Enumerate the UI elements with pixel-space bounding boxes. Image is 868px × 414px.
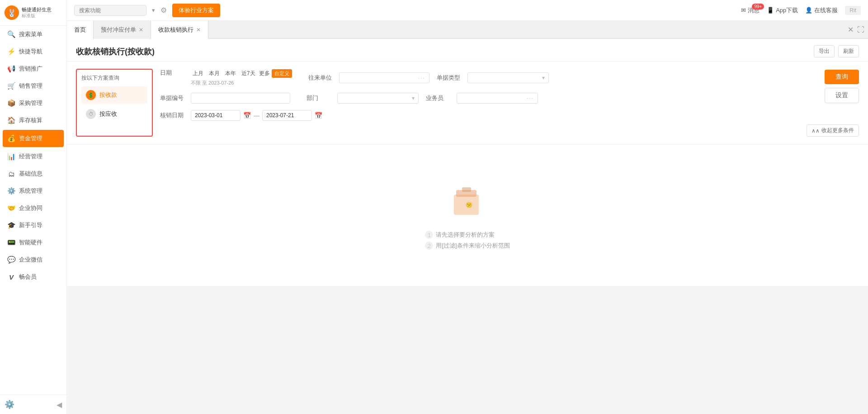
sidebar-item-management[interactable]: 📊 经营管理 (0, 148, 66, 165)
sidebar-label-management: 经营管理 (19, 152, 42, 161)
party-input[interactable]: ··· (339, 72, 429, 83)
sidebar-label-marketing: 营销推广 (19, 65, 42, 73)
writeoff-to-calendar-icon[interactable]: 📅 (315, 112, 322, 119)
sidebar-label-sales: 销售管理 (19, 82, 42, 90)
page-toolbar: 导出 刷新 (814, 45, 859, 57)
docno-input[interactable] (191, 93, 290, 104)
message-icon: ✉ (741, 7, 746, 14)
sidebar-label-quick: 快捷导航 (19, 48, 42, 56)
tab-prepay[interactable]: 预付冲应付单 ✕ (94, 21, 151, 39)
by-payment-icon: 💲 (86, 90, 96, 100)
sidebar-item-system[interactable]: ⚙️ 系统管理 (0, 182, 66, 200)
sidebar-item-sales[interactable]: 🛒 销售管理 (0, 77, 66, 95)
app-download-label: App下载 (776, 6, 798, 14)
sidebar-item-basics[interactable]: 🗂 基础信息 (0, 165, 66, 182)
system-icon: ⚙️ (7, 187, 15, 195)
sidebar-collapse-btn[interactable]: ◀ (57, 400, 62, 409)
collapse-label: 收起更多条件 (821, 127, 854, 134)
query-button[interactable]: 查询 (825, 70, 859, 84)
sidebar-item-guide[interactable]: 🎓 新手引导 (0, 217, 66, 234)
doctype-select[interactable]: ▾ (467, 72, 549, 83)
writeoff-from-calendar-icon[interactable]: 📅 (243, 112, 251, 119)
date-separator: — (254, 112, 259, 119)
page-title: 收款核销执行(按收款) (76, 46, 155, 57)
sales-icon: 🛒 (7, 82, 15, 90)
sidebar-item-wechat[interactable]: 💬 企业微信 (0, 251, 66, 268)
collapse-arrow-icon: ∧∧ (811, 128, 820, 134)
sidebar-nav: 🔍 搜索菜单 ⚡ 快捷导航 📢 营销推广 🛒 销售管理 📦 采购管理 🏠 库存核… (0, 26, 66, 395)
app-download-button[interactable]: 📱 App下载 (767, 6, 798, 14)
empty-state: 😕 1 请先选择要分析的方案 2 用[过滤]条件来缩小分析范围 (67, 145, 868, 286)
dept-filter-group: 部门 ▾ (307, 93, 419, 104)
sidebar-item-member[interactable]: V 畅会员 (0, 268, 66, 286)
writeoff-to-input[interactable] (262, 110, 312, 121)
staff-input[interactable]: ··· (457, 93, 538, 104)
sidebar-item-hardware[interactable]: 📟 智能硬件 (0, 234, 66, 251)
writeoff-from-input[interactable] (191, 110, 241, 121)
search-menu-icon: 🔍 (7, 30, 15, 38)
collapse-conditions-button[interactable]: ∧∧ 收起更多条件 (807, 124, 859, 137)
sidebar-label-guide: 新手引导 (19, 221, 42, 229)
topbar-search-input[interactable] (74, 5, 146, 16)
user-name-label[interactable]: Rit (845, 6, 861, 15)
sidebar-label-finance: 资金管理 (19, 134, 42, 143)
collab-icon: 🤝 (7, 204, 15, 212)
hint1-text: 请先选择要分析的方案 (436, 231, 495, 239)
online-service-button[interactable]: 👤 在线客服 (805, 6, 838, 14)
tab-prepay-close[interactable]: ✕ (139, 27, 143, 33)
management-icon: 📊 (7, 152, 15, 161)
settings-bottom-icon[interactable]: ⚙️ (5, 400, 14, 409)
dept-select[interactable]: ▾ (337, 93, 419, 104)
tab-close-all-icon[interactable]: ✕ (848, 25, 854, 34)
shortcut-last-month[interactable]: 上月 (191, 69, 205, 78)
quick-nav-icon: ⚡ (7, 48, 15, 56)
empty-illustration: 😕 (445, 181, 490, 222)
topbar-chevron-icon[interactable]: ▾ (152, 7, 155, 14)
filter-row-2: 单据编号 部门 ▾ (160, 93, 817, 104)
tab-writeoff-label: 收款核销执行 (158, 26, 193, 34)
sidebar-item-collab[interactable]: 🤝 企业协同 (0, 200, 66, 217)
tab-expand-icon[interactable]: ⛶ (857, 26, 864, 34)
date-filter-group: 日期 上月 本月 本年 近7天 更多 自定义 (160, 69, 292, 86)
docno-label: 单据编号 (160, 94, 187, 102)
filter-panel-title: 按以下方案查询 (81, 74, 147, 82)
sidebar-label-purchase: 采购管理 (19, 99, 42, 107)
basics-icon: 🗂 (7, 170, 15, 178)
topbar-gear-icon[interactable]: ⚙ (160, 6, 167, 14)
sidebar-item-finance[interactable]: 💰 资金管理 (3, 130, 64, 147)
shortcut-more[interactable]: 更多 (259, 70, 270, 77)
shortcut-this-month[interactable]: 本月 (207, 69, 222, 78)
tab-bar: 首页 预付冲应付单 ✕ 收款核销执行 ✕ ✕ ⛶ (67, 21, 868, 39)
tab-writeoff-close[interactable]: ✕ (196, 27, 201, 33)
guide-icon: 🎓 (7, 221, 15, 229)
tab-writeoff[interactable]: 收款核销执行 ✕ (151, 21, 208, 39)
tab-home[interactable]: 首页 (67, 21, 94, 39)
filter-left-panel: 按以下方案查询 💲 按收款 ⏱ 按应收 (76, 69, 153, 137)
export-button[interactable]: 导出 (814, 45, 835, 57)
sidebar-item-search[interactable]: 🔍 搜索菜单 (0, 26, 66, 43)
sidebar-item-quick[interactable]: ⚡ 快捷导航 (0, 43, 66, 60)
member-icon: V (7, 273, 15, 281)
service-icon: 👤 (805, 7, 812, 14)
tab-home-label: 首页 (74, 26, 86, 34)
sidebar-item-purchase[interactable]: 📦 采购管理 (0, 95, 66, 112)
setting-button[interactable]: 设置 (825, 88, 859, 103)
solution-button[interactable]: 体验行业方案 (172, 4, 220, 17)
hint1-num-icon: 1 (425, 231, 433, 239)
staff-filter-group: 业务员 ··· (426, 93, 538, 104)
filter-option-by-receivable[interactable]: ⏱ 按应收 (81, 105, 147, 123)
sidebar-item-inventory[interactable]: 🏠 库存核算 (0, 112, 66, 129)
empty-hint-2: 2 用[过滤]条件来缩小分析范围 (425, 242, 509, 250)
doctype-label: 单据类型 (437, 74, 464, 82)
wechat-icon: 💬 (7, 256, 15, 264)
date-shortcuts-row: 上月 本月 本年 近7天 更多 自定义 (191, 69, 292, 78)
shortcut-7days[interactable]: 近7天 (240, 69, 257, 78)
sidebar-item-marketing[interactable]: 📢 营销推广 (0, 60, 66, 77)
empty-svg: 😕 (445, 181, 490, 222)
shortcut-this-year[interactable]: 本年 (223, 69, 238, 78)
filter-option-by-payment[interactable]: 💲 按收款 (81, 86, 147, 104)
sidebar-label-basics: 基础信息 (19, 170, 42, 178)
message-button[interactable]: ✉ 消息 99+ (741, 6, 760, 14)
refresh-button[interactable]: 刷新 (838, 45, 859, 57)
shortcut-custom[interactable]: 自定义 (272, 69, 292, 78)
